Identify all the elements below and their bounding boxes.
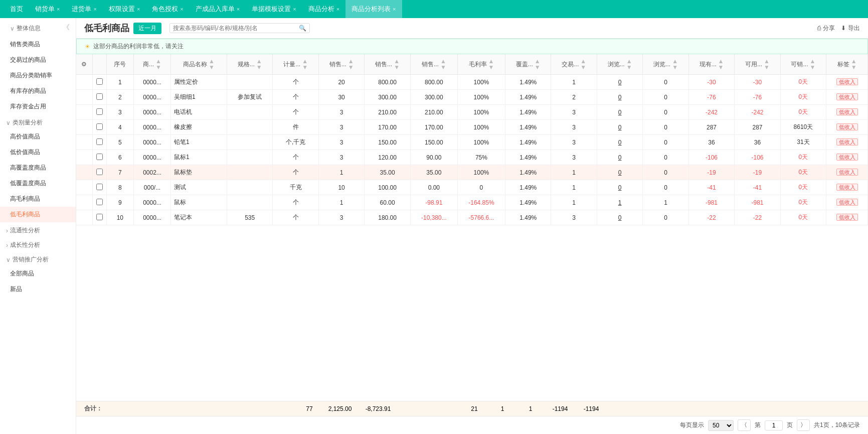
search-icon[interactable]: 🔍 xyxy=(299,25,306,32)
col-browse2[interactable]: 浏览...▲▼ xyxy=(643,54,688,75)
sidebar-group-marketing[interactable]: ∨ 营销推广分析 xyxy=(0,251,76,266)
check-cell[interactable] xyxy=(92,120,106,135)
sidebar-group-overall[interactable]: ∨ 整体信息 xyxy=(4,20,47,35)
check-cell[interactable] xyxy=(92,210,106,225)
row-browse1[interactable]: 0 xyxy=(597,210,642,225)
sidebar-group-circulation[interactable]: › 流通性分析 xyxy=(0,222,76,237)
col-current[interactable]: 现有...▲▼ xyxy=(688,54,734,75)
row-checkbox[interactable] xyxy=(96,108,103,115)
row-checkbox[interactable] xyxy=(96,138,103,145)
col-settings[interactable]: ⚙ xyxy=(76,54,92,75)
sidebar-item-low-coverage[interactable]: 低覆盖度商品 xyxy=(0,176,76,191)
col-code[interactable]: 商...▲▼ xyxy=(134,54,171,75)
sidebar-item-inventory-goods[interactable]: 有库存的商品 xyxy=(0,83,76,99)
row-checkbox[interactable] xyxy=(96,78,103,85)
check-cell[interactable] xyxy=(92,90,106,105)
browse-link[interactable]: 0 xyxy=(618,94,622,101)
col-name[interactable]: 商品名称▲▼ xyxy=(170,54,227,75)
browse-link[interactable]: 0 xyxy=(618,139,622,146)
close-icon[interactable]: × xyxy=(137,6,140,12)
sidebar-item-traded-goods[interactable]: 交易过的商品 xyxy=(0,52,76,68)
page-number-input[interactable] xyxy=(765,420,783,430)
browse-link[interactable]: 0 xyxy=(618,154,622,161)
row-browse1[interactable]: 0 xyxy=(597,165,642,180)
check-cell[interactable] xyxy=(92,75,106,90)
nav-product-analysis-list[interactable]: 商品分析列表 × xyxy=(345,0,402,18)
search-input[interactable] xyxy=(173,25,299,32)
col-saleable[interactable]: 可销...▲▼ xyxy=(780,54,826,75)
row-browse1[interactable]: 0 xyxy=(597,150,642,165)
check-cell[interactable] xyxy=(92,180,106,195)
prev-page-button[interactable]: 〈 xyxy=(738,419,751,431)
row-browse1[interactable]: 0 xyxy=(597,90,642,105)
check-cell[interactable] xyxy=(92,165,106,180)
nav-product-analysis[interactable]: 商品分析 × xyxy=(302,0,345,18)
sidebar-item-capital-usage[interactable]: 库存资金占用 xyxy=(0,99,76,114)
row-browse1[interactable]: 0 xyxy=(597,135,642,150)
close-icon[interactable]: × xyxy=(57,6,60,12)
check-cell[interactable] xyxy=(92,195,106,210)
nav-role-auth[interactable]: 角色授权 × xyxy=(146,0,189,18)
sidebar-group-growth[interactable]: › 成长性分析 xyxy=(0,237,76,251)
close-icon[interactable]: × xyxy=(180,6,183,12)
sidebar-item-category-assist-rate[interactable]: 商品分类助销率 xyxy=(0,68,76,83)
browse-link[interactable]: 0 xyxy=(618,109,622,116)
sidebar-group-category[interactable]: ∨ 类别量分析 xyxy=(0,114,76,129)
close-icon[interactable]: × xyxy=(93,6,96,12)
check-cell[interactable] xyxy=(92,105,106,120)
nav-permission-settings[interactable]: 权限设置 × xyxy=(103,0,146,18)
sidebar-item-sales-goods[interactable]: 销售类商品 xyxy=(0,37,76,52)
next-page-button[interactable]: 〉 xyxy=(797,419,810,431)
close-icon[interactable]: × xyxy=(237,6,240,12)
close-icon[interactable]: × xyxy=(336,6,339,12)
browse-link[interactable]: 0 xyxy=(618,79,622,86)
col-spec[interactable]: 规格...▲▼ xyxy=(227,54,272,75)
col-sales-price[interactable]: 销售...▲▼ xyxy=(365,54,410,75)
nav-home[interactable]: 首页 xyxy=(4,0,29,18)
sidebar-item-new-goods[interactable]: 新品 xyxy=(0,281,76,297)
col-browse1[interactable]: 浏览...▲▼ xyxy=(597,54,642,75)
row-checkbox[interactable] xyxy=(96,199,103,205)
browse-link[interactable]: 1 xyxy=(618,199,622,206)
close-icon[interactable]: × xyxy=(293,6,296,12)
close-icon[interactable]: × xyxy=(393,6,396,12)
col-available[interactable]: 可用...▲▼ xyxy=(735,54,780,75)
row-checkbox[interactable] xyxy=(96,184,103,190)
sidebar-item-high-value[interactable]: 高价值商品 xyxy=(0,129,76,144)
sidebar-item-all-goods[interactable]: 全部商品 xyxy=(0,266,76,281)
row-browse1[interactable]: 0 xyxy=(597,105,642,120)
row-browse1[interactable]: 1 xyxy=(597,195,642,210)
browse-link[interactable]: 0 xyxy=(618,124,622,131)
check-cell[interactable] xyxy=(92,135,106,150)
col-sales-qty[interactable]: 销售...▲▼ xyxy=(318,54,364,75)
nav-template-settings[interactable]: 单据模板设置 × xyxy=(246,0,302,18)
sidebar-item-high-gross[interactable]: 高毛利商品 xyxy=(0,191,76,207)
browse-link[interactable]: 0 xyxy=(618,214,622,221)
col-coverage[interactable]: 覆盖...▲▼ xyxy=(505,54,551,75)
browse-link[interactable]: 0 xyxy=(618,169,622,176)
share-button[interactable]: ⎙ 分享 xyxy=(817,24,835,33)
row-browse1[interactable]: 0 xyxy=(597,180,642,195)
nav-sales-order[interactable]: 销货单 × xyxy=(29,0,66,18)
col-tag[interactable]: 标签▲▼ xyxy=(826,54,868,75)
row-checkbox[interactable] xyxy=(96,214,103,220)
page-size-select[interactable]: 50 100 200 xyxy=(708,420,734,431)
col-unit[interactable]: 计量...▲▼ xyxy=(273,54,318,75)
browse-link[interactable]: 0 xyxy=(618,184,622,191)
sidebar-item-low-value[interactable]: 低价值商品 xyxy=(0,144,76,160)
col-gross-rate[interactable]: 毛利率▲▼ xyxy=(457,54,505,75)
row-checkbox[interactable] xyxy=(96,169,103,175)
col-transaction[interactable]: 交易...▲▼ xyxy=(551,54,597,75)
nav-purchase-order[interactable]: 进货单 × xyxy=(66,0,102,18)
row-browse1[interactable]: 0 xyxy=(597,120,642,135)
nav-product-inbound[interactable]: 产成品入库单 × xyxy=(190,0,246,18)
sidebar-item-low-gross[interactable]: 低毛利商品 xyxy=(0,207,76,222)
row-checkbox[interactable] xyxy=(96,154,103,160)
col-sales-amount[interactable]: 销售...▲▼ xyxy=(410,54,457,75)
filter-recent-month-button[interactable]: 近一月 xyxy=(133,23,161,34)
row-checkbox[interactable] xyxy=(96,123,103,130)
row-checkbox[interactable] xyxy=(96,93,103,100)
sidebar-item-high-coverage[interactable]: 高覆盖度商品 xyxy=(0,160,76,176)
check-cell[interactable] xyxy=(92,150,106,165)
row-browse1[interactable]: 0 xyxy=(597,75,642,90)
